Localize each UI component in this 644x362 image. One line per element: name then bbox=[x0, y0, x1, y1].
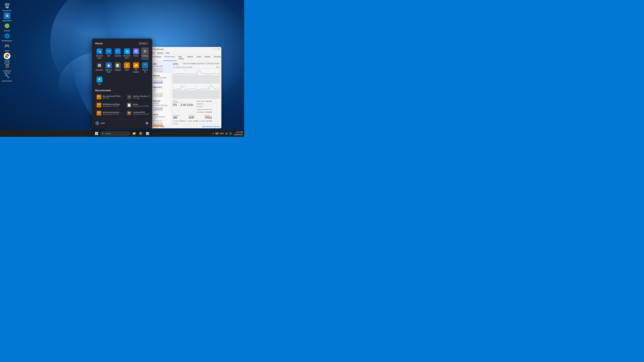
tm-cpu-chart-1 bbox=[173, 68, 184, 75]
pinned-header: Pinned All apps › bbox=[95, 42, 149, 45]
tm-tabs: Processes Performance App history Startu… bbox=[151, 55, 221, 61]
pinned-item-calculator[interactable]: 🔢 Calculator bbox=[95, 61, 104, 74]
tm-cpu-chart-8 bbox=[208, 84, 220, 90]
tm-titlebar: Task Manager ─ □ ✕ bbox=[151, 47, 221, 51]
tm-util-val: 5% 3.45 GHz bbox=[173, 103, 196, 107]
tm-cpu-chart-2 bbox=[185, 68, 196, 75]
taskbar-chrome[interactable] bbox=[138, 130, 144, 136]
tm-sidebar-cpu[interactable]: CPU 5% 3.45 GHz bbox=[151, 62, 171, 73]
tm-util-100: 100% bbox=[216, 66, 220, 68]
start-button[interactable] bbox=[94, 130, 100, 136]
rec-item-benchmark[interactable]: 📦 benchmark-launcher-2.0.4-windows Yeste… bbox=[95, 110, 124, 116]
tm-minimize-button[interactable]: ─ bbox=[212, 48, 214, 50]
desktop-icon-queues[interactable]: 🟢 Queues bbox=[0, 21, 14, 33]
taskbar-search[interactable]: 🔍 Search bbox=[100, 131, 130, 136]
tm-cpu-title: CPU bbox=[173, 63, 178, 66]
tm-close-button[interactable]: ✕ bbox=[218, 48, 220, 50]
pinned-item-settings[interactable]: ⚙ Settings bbox=[141, 47, 149, 60]
pinned-item-paint[interactable]: 🎨 Paint bbox=[123, 61, 131, 74]
task-manager: Task Manager ─ □ ✕ File Options View Pro… bbox=[151, 47, 221, 128]
tm-maximize-button[interactable]: □ bbox=[215, 48, 217, 50]
taskbar-right: ∧ ⌨ ENG 🔊 🌐 5:22 PM 21/06/2021 bbox=[211, 131, 243, 136]
chrome-icon bbox=[139, 132, 142, 135]
tm-menu-file[interactable]: File bbox=[152, 52, 155, 54]
pinned-item-file-explorer[interactable]: 📁 File Explorer bbox=[132, 61, 140, 74]
rec-item-cinebench[interactable]: 📦 CinebenchR23 Yesterday at 6:33 AM bbox=[126, 110, 154, 116]
tm-menu-options[interactable]: Options bbox=[157, 52, 164, 54]
tm-uptime-val: 0:22:39:36 bbox=[173, 124, 220, 125]
desktop-icon-steam[interactable]: 🎮 Steam bbox=[0, 41, 14, 53]
tm-tab-startup[interactable]: Startup bbox=[186, 55, 195, 61]
pinned-item-calendar[interactable]: 8 Calendar bbox=[114, 47, 122, 60]
tm-sidebar-memory[interactable]: Memory 4.8/15.9 GB (30%) bbox=[151, 73, 171, 85]
tm-cpu-model: 11th Gen Intel(R) Core(TM) i7-11700 @ 2.… bbox=[183, 63, 220, 66]
recommended-grid: 📦 [Guru3Dcom]-RTSSSetup732Beta2... 22h a… bbox=[95, 94, 149, 116]
tm-cpu-chart-3 bbox=[196, 68, 208, 75]
svg-rect-2 bbox=[107, 50, 110, 53]
desktop-icon-ms-altrusions[interactable]: 🌐 MS Altrusions bbox=[0, 31, 14, 43]
taskbar-time-display: 5:22 PM bbox=[234, 131, 243, 133]
tm-cpu-chart-7 bbox=[196, 84, 208, 90]
start-menu-footer: 👤 User ⏻ bbox=[95, 119, 149, 125]
rec-item-guru3d[interactable]: 📦 [Guru3Dcom]-RTSSSetup732Beta2... 22h a… bbox=[95, 94, 124, 100]
tm-stats-section: Speed Utilization 5% 3.45 GHz Base speed… bbox=[173, 100, 220, 113]
recommended-label: Recommended bbox=[95, 89, 149, 92]
rec-item-davinci[interactable]: 🎬 DaVinci_Resolve_17.2_Windows 2:1h ago bbox=[126, 94, 154, 100]
tm-cpu-chart-5 bbox=[173, 84, 184, 90]
tm-base-speed-block: Base speed: 2.50 GHz Sockets: 1 Cores: 8… bbox=[196, 100, 220, 113]
task-manager-icon: 📊 bbox=[146, 132, 149, 135]
tm-cpu-chart-4 bbox=[208, 68, 220, 75]
power-button[interactable]: ⏻ bbox=[145, 121, 149, 125]
windows-logo bbox=[95, 132, 98, 135]
tm-tab-apphistory[interactable]: App history bbox=[177, 55, 186, 61]
start-menu: Pinned All apps › Microsoft Edge Mail 8 … bbox=[92, 38, 152, 129]
taskbar-clock[interactable]: 5:22 PM 21/06/2021 bbox=[234, 131, 243, 136]
taskbar-task-manager[interactable]: 📊 bbox=[144, 130, 150, 136]
tm-tab-performance[interactable]: Performance bbox=[163, 55, 177, 61]
all-apps-button[interactable]: All apps › bbox=[138, 42, 149, 45]
tm-util-label2: Utilization bbox=[173, 102, 196, 103]
desktop-icon-applications[interactable]: 🖥 Applications bbox=[0, 11, 14, 23]
user-avatar: 👤 bbox=[95, 121, 99, 125]
svg-text:8: 8 bbox=[117, 51, 118, 52]
pinned-item-edge[interactable]: Microsoft Edge bbox=[95, 47, 104, 60]
rec-item-adobe[interactable]: 📄 Adobe Yesterday at 7:00 AM bbox=[126, 102, 154, 108]
tm-window-controls: ─ □ ✕ bbox=[212, 48, 220, 50]
tm-tab-users[interactable]: Users bbox=[195, 55, 203, 61]
tm-tab-processes[interactable]: Processes bbox=[151, 55, 163, 61]
tm-main-panel: CPU 11th Gen Intel(R) Core(TM) i7-11700 … bbox=[171, 61, 221, 125]
tm-process-stats: Processes 180 Threads 2447 Handles 74512 bbox=[173, 114, 220, 119]
pinned-label: Pinned bbox=[95, 42, 102, 45]
desktop-icon-sacred-tools[interactable]: 🔧 Sacred Tools bbox=[0, 72, 14, 83]
tm-tab-details[interactable]: Details bbox=[203, 55, 212, 61]
search-icon: 🔍 bbox=[102, 132, 104, 135]
network-icon[interactable]: 🌐 bbox=[229, 132, 232, 135]
language-indicator[interactable]: ENG bbox=[220, 132, 224, 135]
tm-open-resource-monitor[interactable]: Open Resource Monitor bbox=[202, 126, 220, 128]
system-tray-up-icon[interactable]: ∧ bbox=[212, 132, 214, 135]
pinned-item-notepad[interactable]: 📝 Notepad bbox=[114, 61, 122, 74]
tm-menu-view[interactable]: View bbox=[166, 52, 170, 54]
pinned-item-tips[interactable]: 💡 Tips bbox=[95, 75, 104, 86]
volume-icon[interactable]: 🔊 bbox=[225, 132, 228, 135]
tm-uptime-block: Up time 0:22:39:36 bbox=[173, 123, 220, 125]
folder-icon: 📁 bbox=[132, 132, 136, 135]
pinned-item-films-tv[interactable]: 🎬 Films & TV bbox=[141, 61, 149, 74]
user-info[interactable]: 👤 User bbox=[95, 121, 105, 125]
keyboard-icon[interactable]: ⌨ bbox=[215, 132, 219, 135]
taskbar-date-display: 21/06/2021 bbox=[234, 133, 243, 136]
tm-util-label: % Utilization over 60 seconds bbox=[173, 66, 192, 68]
user-name: User bbox=[100, 122, 105, 124]
tm-body: CPU 5% 3.45 GHz Memory 4.8/15.9 GB (30%)… bbox=[151, 61, 221, 125]
pinned-item-alarms-clock[interactable]: ⏰ Alarms & Clock bbox=[105, 61, 112, 74]
desktop-icon-recycle-bin[interactable]: 🗑️ Recycle Bin bbox=[0, 1, 14, 13]
tm-tab-services[interactable]: Services bbox=[212, 55, 222, 61]
rec-item-msiafterburner[interactable]: 📦 MSIAfterburnerSetup Yesterday at 4:36 … bbox=[95, 102, 124, 108]
taskbar-file-explorer[interactable]: 📁 bbox=[131, 130, 137, 136]
taskbar: 🔍 Search 📁 📊 ∧ ⌨ ENG 🔊 🌐 5:22 PM 21/06/2… bbox=[0, 130, 244, 137]
pinned-item-mail[interactable]: Mail bbox=[105, 47, 112, 60]
tm-cache-info: L1 cache: 640 KB L2 cache: 4.0 MB L3 cac… bbox=[173, 120, 220, 122]
pinned-item-store[interactable]: 🛍 Microsoft Store bbox=[123, 47, 131, 60]
tm-menubar: File Options View bbox=[151, 51, 221, 55]
pinned-item-photos[interactable]: 🖼 Photos bbox=[132, 47, 140, 60]
